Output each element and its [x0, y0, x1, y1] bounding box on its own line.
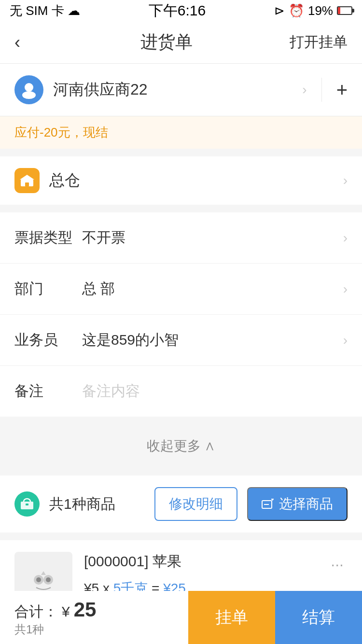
- remark-label: 备注: [14, 381, 72, 401]
- supplier-section: 河南供应商22 › + 应付-20元，现结: [0, 64, 362, 149]
- total-sub: 共1种: [14, 622, 174, 637]
- supplier-chevron-icon: ›: [302, 82, 306, 98]
- status-bar-right: ⊳ ⏰ 19%: [274, 3, 352, 18]
- products-header: 共1种商品 修改明细 选择商品: [0, 476, 362, 532]
- department-value: 总 部: [72, 279, 343, 299]
- salesperson-chevron-icon: ›: [343, 333, 348, 348]
- summary-info: 合计： ¥ 25 共1种: [0, 591, 188, 644]
- location-icon: ⊳: [274, 3, 285, 18]
- svg-point-0: [25, 83, 33, 92]
- total-label: 合计：: [14, 602, 58, 622]
- select-product-label: 选择商品: [279, 495, 333, 513]
- department-chevron-icon: ›: [343, 281, 348, 297]
- alarm-icon: ⏰: [289, 3, 304, 18]
- total-prefix: ¥: [62, 603, 70, 620]
- department-row[interactable]: 部门 总 部 ›: [0, 264, 362, 315]
- edit-detail-button[interactable]: 修改明细: [154, 487, 237, 521]
- svg-marker-3: [20, 175, 34, 180]
- svg-point-13: [36, 577, 41, 582]
- warehouse-row[interactable]: 总仓 ›: [0, 156, 362, 205]
- battery-icon: [337, 6, 352, 15]
- svg-point-1: [22, 91, 36, 99]
- salesperson-value: 这是859的小智: [72, 330, 343, 350]
- status-bar-time: 下午6:16: [149, 1, 206, 21]
- total-amount: 25: [74, 598, 97, 621]
- salesperson-row[interactable]: 业务员 这是859的小智 ›: [0, 315, 362, 366]
- svg-point-14: [46, 577, 51, 582]
- add-supplier-button[interactable]: +: [336, 79, 348, 101]
- warehouse-icon: [14, 168, 40, 193]
- products-icon: [14, 491, 40, 517]
- remark-input[interactable]: 备注内容: [72, 381, 348, 401]
- product-name: [0000001] 苹果: [84, 552, 315, 572]
- product-code: [0000001]: [84, 553, 153, 569]
- remark-row[interactable]: 备注 备注内容: [0, 366, 362, 417]
- invoice-type-value: 不开票: [72, 228, 343, 248]
- invoice-type-label: 票据类型: [14, 228, 72, 248]
- hang-order-button[interactable]: 挂单: [188, 591, 275, 644]
- status-bar: 无 SIM 卡 ☁ 下午6:16 ⊳ ⏰ 19%: [0, 0, 362, 21]
- status-bar-left: 无 SIM 卡 ☁: [10, 2, 80, 19]
- select-product-button[interactable]: 选择商品: [247, 487, 348, 521]
- settle-button[interactable]: 结算: [275, 591, 362, 644]
- invoice-type-row[interactable]: 票据类型 不开票 ›: [0, 212, 362, 264]
- total-row: 合计： ¥ 25: [14, 598, 174, 622]
- back-button[interactable]: ‹: [14, 32, 43, 53]
- salesperson-label: 业务员: [14, 330, 72, 350]
- svg-rect-4: [25, 182, 29, 186]
- collapse-bar[interactable]: 收起更多 ∧: [0, 424, 362, 468]
- department-label: 部门: [14, 279, 72, 299]
- product-more-button[interactable]: ···: [327, 552, 348, 577]
- page-title: 进货单: [140, 30, 193, 54]
- invoice-type-chevron-icon: ›: [343, 230, 348, 246]
- supplier-row[interactable]: 河南供应商22 › +: [0, 64, 362, 116]
- supplier-name: 河南供应商22: [53, 79, 302, 100]
- svg-marker-15: [41, 571, 46, 575]
- products-count: 共1种商品: [49, 494, 145, 514]
- notice-bar: 应付-20元，现结: [0, 116, 362, 149]
- no-sim-label: 无 SIM 卡 ☁: [10, 2, 80, 19]
- form-section: 票据类型 不开票 › 部门 总 部 › 业务员 这是859的小智 › 备注 备注…: [0, 212, 362, 417]
- product-title: 苹果: [153, 553, 181, 569]
- nav-bar: ‹ 进货单 打开挂单: [0, 21, 362, 64]
- divider: [321, 78, 322, 102]
- warehouse-name: 总仓: [49, 170, 343, 191]
- svg-rect-6: [26, 504, 28, 505]
- open-pending-button[interactable]: 打开挂单: [290, 32, 348, 52]
- warehouse-chevron-icon: ›: [343, 173, 348, 188]
- bottom-bar: 合计： ¥ 25 共1种 挂单 结算: [0, 591, 362, 644]
- supplier-avatar: [14, 75, 43, 104]
- battery-label: 19%: [308, 3, 333, 18]
